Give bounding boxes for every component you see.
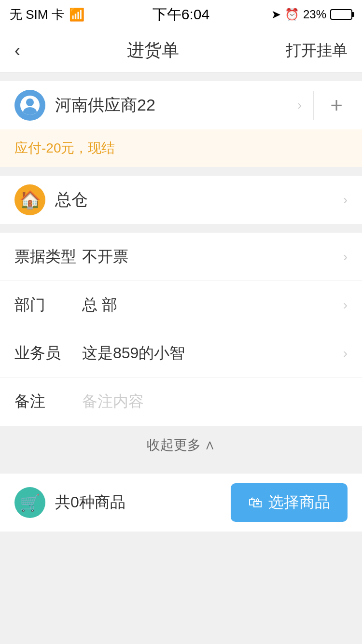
notice-banner: 应付-20元，现结: [0, 129, 362, 167]
page-title: 进货单: [127, 39, 179, 62]
remark-label: 备注: [14, 391, 77, 412]
notice-text: 应付-20元，现结: [14, 140, 115, 155]
supplier-row[interactable]: 河南供应商22 › +: [0, 81, 362, 129]
warehouse-icon: 🏠: [14, 184, 45, 215]
battery-icon: [330, 9, 352, 20]
carrier-text: 无 SIM 卡: [10, 6, 64, 23]
select-product-button[interactable]: 🛍 选择商品: [231, 483, 348, 522]
gap-3: [0, 224, 362, 233]
warehouse-icon-glyph: 🏠: [19, 190, 41, 210]
salesperson-value: 这是859的小智: [77, 343, 343, 364]
gap-2: [0, 167, 362, 176]
department-label: 部门: [14, 294, 77, 316]
status-left: 无 SIM 卡 📶: [10, 6, 84, 23]
invoice-type-row[interactable]: 票据类型 不开票 ›: [0, 233, 362, 281]
status-right: ➤ ⏰ 23%: [271, 8, 352, 21]
product-count-area: 🛒 共0种商品: [14, 487, 125, 518]
page-background: [0, 532, 362, 644]
supplier-avatar: [14, 90, 45, 121]
collapse-label: 收起更多 ∧: [147, 436, 216, 454]
invoice-value: 不开票: [77, 246, 343, 267]
department-chevron-icon: ›: [343, 297, 348, 313]
warehouse-name: 总仓: [55, 189, 343, 211]
supplier-name: 河南供应商22: [55, 94, 297, 116]
nav-bar: ‹ 进货单 打开挂单: [0, 29, 362, 72]
cart-icon: 🛒: [20, 493, 40, 512]
invoice-chevron-icon: ›: [343, 249, 348, 265]
supplier-card: 河南供应商22 › + 应付-20元，现结: [0, 81, 362, 167]
salesperson-chevron-icon: ›: [343, 346, 348, 361]
back-button[interactable]: ‹: [14, 41, 20, 61]
divider: [313, 91, 314, 120]
remark-input[interactable]: 备注内容: [77, 391, 348, 412]
warehouse-chevron-icon: ›: [343, 192, 348, 208]
form-section: 票据类型 不开票 › 部门 总 部 › 业务员 这是859的小智 › 备注 备注…: [0, 233, 362, 426]
alarm-icon: ⏰: [285, 8, 299, 21]
time-display: 下午6:04: [153, 5, 209, 25]
gap-4: [0, 464, 362, 473]
salesperson-label: 业务员: [14, 343, 77, 364]
department-value: 总 部: [77, 294, 343, 316]
warehouse-card[interactable]: 🏠 总仓 ›: [0, 176, 362, 224]
product-icon: 🛒: [14, 487, 45, 518]
salesperson-row[interactable]: 业务员 这是859的小智 ›: [0, 329, 362, 378]
collapse-row[interactable]: 收起更多 ∧: [0, 426, 362, 464]
remark-row[interactable]: 备注 备注内容: [0, 378, 362, 426]
gap-1: [0, 72, 362, 81]
warehouse-row[interactable]: 🏠 总仓 ›: [0, 176, 362, 224]
open-pending-button[interactable]: 打开挂单: [286, 40, 348, 61]
supplier-chevron-icon: ›: [297, 98, 302, 113]
product-count-text: 共0种商品: [55, 492, 125, 513]
bottom-bar: 🛒 共0种商品 🛍 选择商品: [0, 473, 362, 532]
wifi-icon: 📶: [69, 7, 84, 22]
status-bar: 无 SIM 卡 📶 下午6:04 ➤ ⏰ 23%: [0, 0, 362, 29]
battery-text: 23%: [303, 8, 326, 21]
add-supplier-button[interactable]: +: [325, 93, 348, 117]
avatar-face: [20, 96, 40, 115]
select-product-icon: 🛍: [248, 494, 263, 511]
select-product-label: 选择商品: [268, 492, 330, 513]
location-icon: ➤: [271, 8, 281, 21]
invoice-label: 票据类型: [14, 246, 77, 267]
department-row[interactable]: 部门 总 部 ›: [0, 281, 362, 329]
